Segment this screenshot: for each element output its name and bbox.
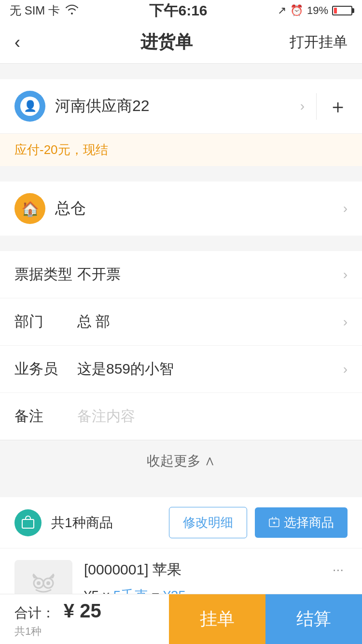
divider-2 <box>0 166 362 174</box>
department-row[interactable]: 部门 总 部 › <box>0 298 362 346</box>
battery-percent: 19% <box>307 4 328 17</box>
product-count-text: 共1种商品 <box>51 514 169 532</box>
avatar-person-icon: 👤 <box>24 100 37 112</box>
settle-button[interactable]: 结算 <box>265 594 362 644</box>
battery-icon <box>332 6 352 15</box>
warehouse-chevron-icon: › <box>343 201 348 216</box>
invoice-type-row[interactable]: 票据类型 不开票 › <box>0 251 362 298</box>
footer-total: 合计： ¥ 25 共1种 <box>0 600 169 639</box>
supplier-section: 👤 河南供应商22 › ＋ 应付-20元，现结 <box>0 79 362 166</box>
product-name: [0000001] 苹果 <box>84 560 329 580</box>
footer: 合计： ¥ 25 共1种 挂单 结算 <box>0 594 362 644</box>
product-count-icon <box>14 509 42 536</box>
supplier-row[interactable]: 👤 河南供应商22 › ＋ <box>0 79 362 134</box>
product-header: 共1种商品 修改明细 选择商品 <box>0 497 362 548</box>
invoice-chevron-icon: › <box>343 267 348 282</box>
department-label: 部门 <box>14 312 77 332</box>
warehouse-row[interactable]: 🏠 总仓 › <box>0 182 362 236</box>
remark-row[interactable]: 备注 备注内容 <box>0 393 362 440</box>
department-value: 总 部 <box>77 312 343 332</box>
status-right: ↗ ⏰ 19% <box>278 4 352 17</box>
product-id: [0000001] <box>84 561 148 577</box>
back-button[interactable]: ‹ <box>14 32 43 53</box>
svg-point-4 <box>37 581 41 585</box>
warehouse-name: 总仓 <box>55 198 343 219</box>
pend-button[interactable]: 挂单 <box>169 594 265 644</box>
salesperson-value: 这是859的小智 <box>77 359 343 379</box>
page-title: 进货单 <box>140 30 193 54</box>
divider-3 <box>0 236 362 243</box>
collapse-button[interactable]: 收起更多 ∧ <box>0 440 362 482</box>
chevron-right-icon: › <box>300 98 305 114</box>
total-label: 合计： <box>14 605 55 620</box>
salesperson-row[interactable]: 业务员 这是859的小智 › <box>0 346 362 393</box>
edit-detail-button[interactable]: 修改明细 <box>169 507 247 538</box>
payment-notice: 应付-20元，现结 <box>0 134 362 166</box>
select-product-button[interactable]: 选择商品 <box>255 507 348 538</box>
carrier-label: 无 SIM 卡 <box>10 3 60 18</box>
location-icon: ↗ <box>278 4 286 17</box>
status-left: 无 SIM 卡 <box>10 3 79 18</box>
warehouse-icon: 🏠 <box>14 193 45 224</box>
open-pending-button[interactable]: 打开挂单 <box>290 32 348 52</box>
status-time: 下午6:16 <box>149 1 207 21</box>
svg-point-5 <box>46 581 50 585</box>
select-product-icon <box>268 517 280 529</box>
total-sub: 共1种 <box>14 624 154 639</box>
divider-1 <box>0 64 362 71</box>
remark-label: 备注 <box>14 406 77 426</box>
invoice-type-label: 票据类型 <box>14 265 77 284</box>
department-chevron-icon: › <box>343 314 348 330</box>
supplier-avatar: 👤 <box>14 91 45 122</box>
alarm-icon: ⏰ <box>290 4 303 17</box>
product-more-button[interactable]: ··· <box>329 560 348 579</box>
remark-input[interactable]: 备注内容 <box>77 406 348 426</box>
warehouse-section: 🏠 总仓 › <box>0 182 362 236</box>
invoice-type-value: 不开票 <box>77 265 343 284</box>
salesperson-chevron-icon: › <box>343 362 348 377</box>
select-product-label: 选择商品 <box>284 514 334 531</box>
status-bar: 无 SIM 卡 下午6:16 ↗ ⏰ 19% <box>0 0 362 21</box>
svg-rect-0 <box>22 519 34 528</box>
wifi-icon <box>65 4 79 17</box>
nav-bar: ‹ 进货单 打开挂单 <box>0 21 362 64</box>
total-amount: ¥ 25 <box>64 600 101 621</box>
salesperson-label: 业务员 <box>14 359 77 379</box>
form-section: 票据类型 不开票 › 部门 总 部 › 业务员 这是859的小智 › 备注 备注… <box>0 251 362 440</box>
supplier-name: 河南供应商22 <box>55 96 300 117</box>
add-supplier-button[interactable]: ＋ <box>316 93 348 120</box>
divider-4 <box>0 482 362 490</box>
